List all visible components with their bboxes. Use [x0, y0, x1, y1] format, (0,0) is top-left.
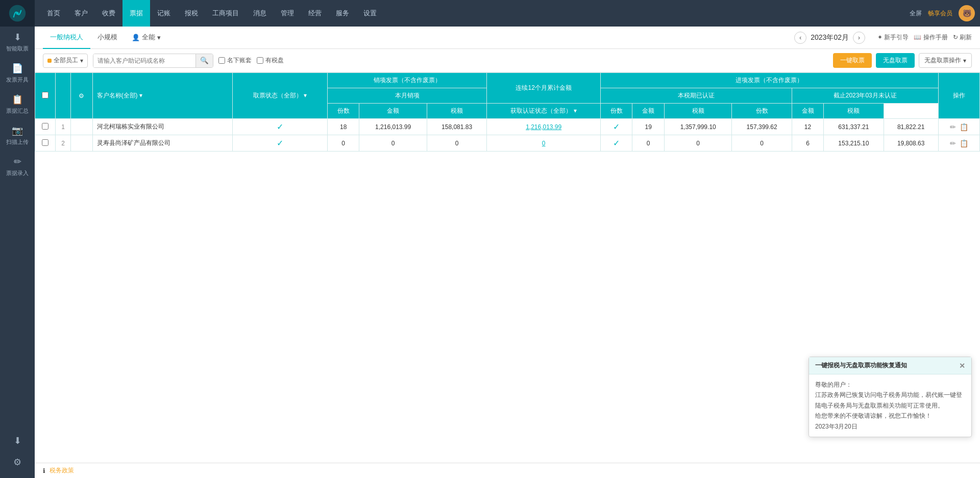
issue-invoice-icon: 📄 [12, 63, 23, 74]
download-icon: ⬇ [14, 435, 21, 446]
tab-small[interactable]: 小规模 [90, 27, 125, 49]
tab-right-actions: ✦ 新手引导 📖 操作手册 ↻ 刷新 [877, 33, 972, 42]
row-cert-amount: 1,357,999.10 [664, 119, 732, 135]
refresh-btn[interactable]: ↻ 刷新 [953, 33, 972, 42]
row-cert-status: ✓ [601, 135, 632, 152]
gear-icon[interactable]: ⚙ [79, 92, 84, 99]
sidebar-item-smart-fetch[interactable]: ⬇ 智能取票 [0, 27, 35, 58]
nav-client[interactable]: 客户 [67, 0, 95, 27]
fetch-btn[interactable]: 一键取票 [833, 53, 872, 68]
row-index: 1 [56, 119, 71, 135]
filter-right: 一键取票 无盘取票 无盘取票操作 ▾ [833, 53, 972, 68]
sidebar-item-download[interactable]: ⬇ [0, 430, 35, 451]
svg-point-1 [16, 12, 18, 14]
nav-billing[interactable]: 收费 [95, 0, 122, 27]
sidebar-item-settings[interactable]: ⚙ [0, 451, 35, 473]
manual-btn[interactable]: 📖 操作手册 [914, 33, 947, 42]
fullscreen-btn[interactable]: 全屏 [910, 9, 922, 18]
row-actions: ✏ 📋 [938, 119, 979, 135]
row-uncert-amount: 631,337.21 [824, 119, 884, 135]
tax-disk-checkbox[interactable] [257, 57, 263, 64]
employee-dot [47, 59, 52, 63]
view-btn[interactable]: 📋 [960, 123, 968, 131]
nav-manage[interactable]: 管理 [274, 0, 301, 27]
th-customer-filter-icon[interactable]: ▾ [139, 92, 142, 99]
sidebar-item-data-entry[interactable]: ✏ 票据录入 [0, 151, 35, 182]
own-accounts-checkbox[interactable] [218, 57, 225, 64]
row-checkbox [35, 135, 56, 152]
person-icon: 👤 [132, 34, 140, 41]
data-entry-icon: ✏ [14, 156, 21, 167]
sidebar-logo [0, 0, 35, 27]
sidebar-item-scan-upload[interactable]: 📷 扫描上传 [0, 120, 35, 151]
view-btn[interactable]: 📋 [960, 139, 968, 147]
month-label: 2023年02月 [811, 33, 849, 42]
notif-header: 一键报税与无盘取票功能恢复通知 ✕ [809, 357, 971, 374]
edit-btn[interactable]: ✏ [950, 139, 956, 147]
new-guide-btn[interactable]: ✦ 新手引导 [877, 33, 909, 42]
invoice-summary-icon: 📋 [12, 94, 23, 105]
row-select-checkbox[interactable] [42, 139, 48, 146]
nav-business[interactable]: 工商项目 [205, 0, 246, 27]
th-sales-amount: 金额 [359, 104, 427, 119]
filter-bar: 全部员工 ▾ 🔍 名下账套 有税盘 一键取票 无盘取票 无盘取票操作 ▾ [35, 49, 980, 72]
member-btn[interactable]: 畅享会员 [928, 9, 952, 18]
edit-btn[interactable]: ✏ [950, 123, 956, 131]
no-disk-ops-btn[interactable]: 无盘取票操作 ▾ [919, 53, 972, 68]
sidebar-item-data-entry-label: 票据录入 [6, 169, 29, 177]
nav-bookkeeping[interactable]: 记账 [150, 0, 178, 27]
employee-select[interactable]: 全部员工 ▾ [43, 54, 88, 68]
select-all-checkbox[interactable] [42, 92, 48, 98]
sidebar-item-smart-fetch-label: 智能取票 [6, 45, 29, 53]
row-uncert-count: 6 [792, 135, 823, 152]
th-settings: ⚙ [71, 73, 93, 119]
sidebar-item-invoice-summary-label: 票据汇总 [6, 107, 29, 115]
notif-close-btn[interactable]: ✕ [959, 362, 965, 370]
th-fetch-status: 取票状态（全部） ▾ [232, 73, 327, 119]
row-select-checkbox[interactable] [42, 123, 48, 130]
th-cumulative-label: 连续12个月累计金额 [516, 84, 571, 91]
nav-economy[interactable]: 经营 [301, 0, 329, 27]
row-sales-amount: 0 [359, 135, 427, 152]
row-settings [71, 119, 93, 135]
th-fetch-status-label: 取票状态（全部） [253, 92, 302, 99]
row-customer: 灵寿县尚泽矿产品有限公司 [92, 135, 232, 152]
row-uncert-amount: 153,215.10 [824, 135, 884, 152]
th-customer: 客户名称(全部) ▾ [92, 73, 232, 119]
row-cert-status: ✓ [601, 119, 632, 135]
search-button[interactable]: 🔍 [195, 54, 213, 67]
nav-service[interactable]: 服务 [329, 0, 356, 27]
employee-chevron-icon: ▾ [80, 57, 83, 64]
tab-all[interactable]: 👤 全能 ▾ [125, 27, 168, 49]
tax-policy-link[interactable]: 税务政策 [50, 466, 74, 475]
sidebar-item-issue-invoice[interactable]: 📄 发票开具 [0, 58, 35, 89]
nav-message[interactable]: 消息 [246, 0, 274, 27]
prev-month-btn[interactable]: ‹ [794, 32, 806, 44]
th-fetch-filter-icon[interactable]: ▾ [304, 92, 307, 99]
avatar[interactable]: 🐻 [959, 5, 975, 21]
checkbox-tax-disk[interactable]: 有税盘 [257, 56, 284, 65]
row-cert-count: 19 [632, 119, 664, 135]
nav-home[interactable]: 首页 [40, 0, 67, 27]
th-until: 截止2023年03月未认证 [792, 88, 938, 104]
cert-status-icon: ✓ [613, 139, 620, 147]
tab-general[interactable]: 一般纳税人 [43, 27, 90, 49]
nav-invoice[interactable]: 票据 [122, 0, 150, 27]
row-customer: 河北柯瑞栋实业有限公司 [92, 119, 232, 135]
th-this-month: 本月销项 [327, 88, 486, 104]
row-cert-tax: 157,399.62 [732, 119, 792, 135]
cumulative-link[interactable]: 0 [542, 140, 546, 147]
search-input[interactable] [93, 54, 195, 67]
nav-settings[interactable]: 设置 [356, 0, 384, 27]
row-fetch-status: ✓ [232, 119, 327, 135]
th-cert-filter-icon[interactable]: ▾ [574, 107, 577, 114]
own-accounts-label: 名下账套 [227, 56, 252, 65]
cumulative-link[interactable]: 1,216,013.99 [526, 123, 561, 131]
sidebar-item-invoice-summary[interactable]: 📋 票据汇总 [0, 89, 35, 120]
next-month-btn[interactable]: › [853, 32, 865, 44]
no-disk-btn[interactable]: 无盘取票 [876, 53, 915, 68]
row-sales-tax: 0 [427, 135, 486, 152]
checkbox-own-accounts[interactable]: 名下账套 [218, 56, 252, 65]
notif-title: 一键报税与无盘取票功能恢复通知 [815, 361, 907, 370]
nav-tax[interactable]: 报税 [178, 0, 205, 27]
